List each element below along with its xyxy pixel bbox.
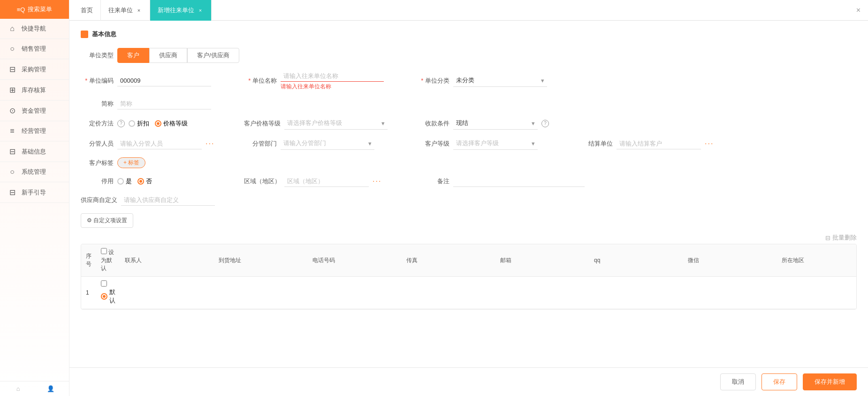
settlement-unit-input[interactable] xyxy=(617,138,701,149)
unit-code-label: 单位编码 xyxy=(81,77,114,85)
region-input[interactable] xyxy=(284,176,369,187)
cell-fax[interactable] xyxy=(402,277,495,309)
department-select[interactable]: 请输入分管部门 ▾ xyxy=(281,137,374,150)
batch-delete-btn[interactable]: ⊟ 批量删除 xyxy=(825,233,857,242)
unit-type-both-btn[interactable]: 客户/供应商 xyxy=(187,48,239,63)
row-checkbox[interactable] xyxy=(101,280,107,287)
email-input[interactable] xyxy=(500,287,585,298)
pricing-help-icon[interactable]: ? xyxy=(117,120,125,127)
supplier-custom-input[interactable] xyxy=(121,194,215,206)
default-radio-option[interactable]: 默认 xyxy=(101,288,115,305)
supplier-custom-group: 供应商自定义 xyxy=(81,194,240,206)
col-wechat: 微信 xyxy=(683,244,777,277)
batch-delete-label: 批量删除 xyxy=(832,233,857,242)
unit-category-select[interactable]: 未分类 ▾ xyxy=(453,74,547,87)
sidebar-item-inventory[interactable]: ⊞ 库存核算 xyxy=(0,80,69,101)
chevron-down-icon: ▾ xyxy=(532,120,535,127)
unit-type-customer-btn[interactable]: 客户 xyxy=(117,48,149,63)
cell-email[interactable] xyxy=(495,277,589,309)
pricing-discount-option[interactable]: 折扣 xyxy=(129,119,149,128)
disabled-label: 停用 xyxy=(81,177,114,186)
tab-home[interactable]: 首页 xyxy=(73,0,101,21)
cell-region[interactable] xyxy=(777,277,857,309)
sidebar-item-sales[interactable]: ○ 销售管理 xyxy=(0,39,69,59)
region-input-cell[interactable] xyxy=(782,287,857,298)
unit-code-group: 单位编码 xyxy=(81,75,240,86)
payment-terms-group: 收款条件 现结 ▾ ? xyxy=(417,117,576,130)
qq-input[interactable] xyxy=(594,287,678,298)
unit-name-error: 请输入往来单位名称 xyxy=(281,83,384,91)
tab-partner-list-close[interactable]: × xyxy=(136,7,142,14)
disabled-yes-radio[interactable] xyxy=(117,178,124,185)
save-button[interactable]: 保存 xyxy=(761,373,797,390)
section-header: 基本信息 xyxy=(81,30,857,39)
unit-category-group: 单位分类 未分类 ▾ xyxy=(417,74,576,87)
cell-qq[interactable] xyxy=(589,277,683,309)
cell-wechat[interactable] xyxy=(683,277,777,309)
phone-input[interactable] xyxy=(312,287,397,298)
fax-input[interactable] xyxy=(406,287,491,298)
wechat-input[interactable] xyxy=(688,287,772,298)
customer-level-select[interactable]: 请选择客户等级 ▾ xyxy=(453,137,538,150)
custom-settings-button[interactable]: ⚙ 自定义项设置 xyxy=(81,213,133,228)
customer-price-level-select[interactable]: 请选择客户价格等级 ▾ xyxy=(284,117,388,130)
form-footer: 取消 保存 保存并新增 xyxy=(69,367,868,396)
tab-new-partner[interactable]: 新增往来单位 × xyxy=(150,0,212,21)
discount-radio[interactable] xyxy=(129,120,135,127)
add-tag-button[interactable]: + 标签 xyxy=(117,157,145,168)
sidebar-item-system[interactable]: ○ 系统管理 xyxy=(0,162,69,182)
customer-level-label: 客户等级 xyxy=(417,140,449,148)
default-label: 默认 xyxy=(109,288,115,305)
price-level-radio[interactable] xyxy=(155,120,161,127)
price-level-label: 价格等级 xyxy=(163,119,188,128)
pricing-level-option[interactable]: 价格等级 xyxy=(155,119,188,128)
sidebar-item-guide[interactable]: ⊟ 新手引导 xyxy=(0,182,69,203)
guide-icon: ⊟ xyxy=(8,188,17,197)
tab-new-partner-close[interactable]: × xyxy=(197,7,204,14)
cancel-button[interactable]: 取消 xyxy=(720,373,756,390)
address-input[interactable] xyxy=(219,287,303,298)
disabled-no-option[interactable]: 否 xyxy=(137,177,152,186)
unit-category-value: 未分类 xyxy=(456,76,474,85)
contact-input[interactable] xyxy=(125,287,209,298)
tab-new-partner-label: 新增往来单位 xyxy=(158,6,194,15)
sidebar-item-quick-nav[interactable]: ⌂ 快捷导航 xyxy=(0,19,69,39)
unit-code-input[interactable] xyxy=(117,75,211,86)
sidebar-bottom-home[interactable]: ⌂ xyxy=(4,385,33,392)
short-name-input[interactable] xyxy=(117,98,211,109)
home-icon: ⌂ xyxy=(8,24,17,33)
col-seq: 序号 xyxy=(81,244,96,277)
payment-terms-select[interactable]: 现结 ▾ xyxy=(453,117,538,130)
sidebar-bottom-user[interactable]: 👤 xyxy=(37,385,66,392)
sidebar-item-finance[interactable]: ⊙ 资金管理 xyxy=(0,101,69,121)
remark-input[interactable] xyxy=(453,176,585,187)
disabled-yes-option[interactable]: 是 xyxy=(117,177,132,186)
close-all-tabs[interactable]: × xyxy=(853,4,864,16)
cell-phone[interactable] xyxy=(308,277,402,309)
sidebar-item-purchase[interactable]: ⊟ 采购管理 xyxy=(0,59,69,80)
disabled-no-radio[interactable] xyxy=(137,178,144,185)
sidebar-item-label: 快捷导航 xyxy=(22,24,46,33)
customer-level-placeholder: 请选择客户等级 xyxy=(456,139,499,148)
settlement-more-btn[interactable]: ··· xyxy=(705,140,714,148)
supervisor-more-btn[interactable]: ··· xyxy=(206,140,214,148)
unit-type-supplier-btn[interactable]: 供应商 xyxy=(149,48,187,63)
chevron-down-icon: ▾ xyxy=(532,140,535,147)
cell-contact[interactable] xyxy=(120,277,214,309)
main-area: 首页 往来单位 × 新增往来单位 × × 基本信息 单位类型 客户 供应商 客户… xyxy=(69,0,868,396)
cell-default: 默认 xyxy=(96,277,120,309)
save-add-button[interactable]: 保存并新增 xyxy=(803,373,857,390)
region-group: 区域（地区） ··· xyxy=(244,176,413,187)
cell-address[interactable] xyxy=(214,277,308,309)
supervisor-input[interactable] xyxy=(117,138,202,149)
region-more-btn[interactable]: ··· xyxy=(373,177,381,186)
sidebar-item-operations[interactable]: ≡ 经营管理 xyxy=(0,121,69,141)
select-all-checkbox[interactable] xyxy=(101,248,107,254)
tab-partner-list[interactable]: 往来单位 × xyxy=(101,0,150,21)
payment-terms-help-icon[interactable]: ? xyxy=(541,120,549,127)
cell-seq: 1 xyxy=(81,277,96,309)
unit-name-input[interactable] xyxy=(281,70,384,82)
default-radio[interactable] xyxy=(101,293,107,300)
sidebar-search[interactable]: ≡Q 搜索菜单 xyxy=(0,0,69,19)
sidebar-item-basic-info[interactable]: ⊟ 基础信息 xyxy=(0,141,69,162)
